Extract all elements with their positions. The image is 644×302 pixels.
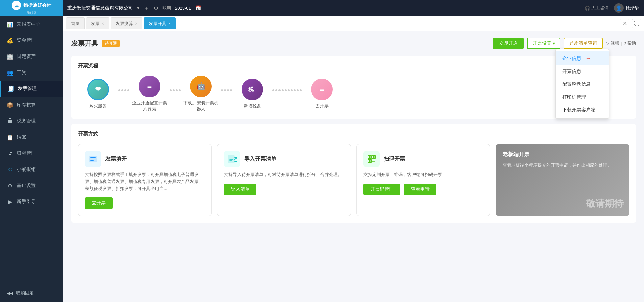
fill-desc: 支持按照发票样式手工填开发票；可开具增值税电子普通发票、增值税普通发票、增值税专…: [85, 171, 205, 192]
scan-desc: 支持定制开票二维码，客户端可扫码开票: [363, 171, 483, 178]
play-icon: ▷: [606, 41, 609, 46]
scan-title: 扫码开票: [384, 156, 405, 163]
logo-block[interactable]: ☁ 畅捷通好会计 旗舰版: [0, 0, 63, 16]
method-section: 开票方式: [71, 124, 636, 223]
sidebar-label-xinshouyindao: 新手引导: [17, 199, 36, 205]
sidebar-item-fapiao[interactable]: 🧾 发票管理: [0, 81, 63, 97]
tab-home[interactable]: 首页: [66, 17, 85, 29]
status-badge: 待开通: [102, 40, 120, 47]
anomaly-btn[interactable]: 异常清单查询: [564, 38, 603, 49]
sidebar-item-zijin[interactable]: 💰 资金管理: [0, 32, 63, 48]
svg-rect-4: [228, 155, 234, 163]
sidebar-label-gongzi: 工资: [17, 70, 26, 76]
sidebar-label-kucun: 库存核算: [17, 102, 36, 108]
sidebar-item-xinshouyindao[interactable]: ▶ 新手引导: [0, 194, 63, 210]
support-btn[interactable]: 🎧 人工咨询: [585, 5, 609, 11]
dropdown-arrow-icon: →: [585, 55, 591, 62]
guidang-icon: 🗂: [7, 150, 13, 157]
sidebar-item-jichushezhi[interactable]: ⚙ 基础设置: [0, 178, 63, 194]
scan-view-apply-btn[interactable]: 查看申请: [404, 184, 436, 195]
page-content: 发票开具 待开通 立即开通 开票设置 ▾ 异常清单查询 ▷ 视频 |: [63, 31, 644, 302]
boss-card-header: 老板端开票: [503, 151, 622, 158]
sidebar-item-yunbao[interactable]: 📊 云报表中心: [0, 16, 63, 32]
dropdown-download-label: 下载开票客户端: [562, 107, 595, 113]
expand-tab-btn[interactable]: ⛶: [632, 19, 641, 28]
settings-icon[interactable]: ⚙: [154, 5, 158, 11]
sidebar-item-xiaochang[interactable]: C 小畅报销: [0, 161, 63, 178]
page-title: 发票开具: [71, 39, 98, 48]
dropdown-item-enterprise-info[interactable]: 企业信息 →: [556, 51, 609, 65]
sidebar-label-shuiwu: 税务管理: [17, 118, 36, 124]
logo-title: 畅捷通好会计: [23, 2, 51, 8]
fill-goto-btn[interactable]: 去开票: [85, 197, 113, 209]
settings-chevron-icon: ▾: [553, 41, 555, 46]
flow-step-3-icon: 🤖: [190, 76, 212, 97]
sidebar-item-guidang[interactable]: 🗂 归档管理: [0, 145, 63, 161]
company-name[interactable]: 重庆畅捷交通信息咨询有限公司: [67, 5, 133, 11]
settings-dropdown-menu: 企业信息 → 开票信息 配置税盘信息 打印机管理: [555, 49, 609, 119]
tab-invoice-calc-label: 发票测算: [116, 21, 133, 27]
tab-invoice-open-label: 发票开具: [149, 21, 166, 27]
flow-step-5: ≡ 去开票: [302, 79, 342, 109]
fill-title: 发票填开: [105, 156, 127, 163]
tab-invoice-calc-close[interactable]: ×: [135, 21, 137, 26]
logo-icon: ☁: [12, 1, 21, 10]
tab-invoice-close[interactable]: ×: [102, 21, 104, 26]
flow-step-4-label: 新增税盘: [244, 103, 261, 109]
sidebar-item-gongzi[interactable]: 👥 工资: [0, 65, 63, 81]
cancel-pin-btn[interactable]: ◀◀ 取消固定: [7, 288, 56, 298]
top-bar-right: 🎧 人工咨询 👤 徐泽华: [585, 3, 639, 13]
yunbao-icon: 📊: [7, 21, 13, 28]
sidebar-label-xiaochang: 小畅报销: [17, 166, 36, 173]
sidebar-item-shuiwu[interactable]: 🏛 税务管理: [0, 113, 63, 129]
gongzi-icon: 👥: [7, 69, 13, 76]
sidebar-item-jiezhang[interactable]: 📋 结账: [0, 129, 63, 145]
sidebar-item-kucun[interactable]: 📦 库存核算: [0, 97, 63, 113]
svg-rect-12: [373, 156, 374, 158]
add-company-btn[interactable]: ＋: [143, 4, 149, 12]
close-tab-btn[interactable]: ✕: [620, 19, 629, 28]
import-title: 导入开票清单: [244, 156, 276, 163]
shuiwu-icon: 🏛: [7, 118, 13, 124]
user-info[interactable]: 👤 徐泽华: [614, 3, 639, 13]
flow-step-1: ❤ 购买服务: [78, 79, 118, 109]
method-card-fill: 发票填开 支持按照发票样式手工填开发票；可开具增值税电子普通发票、增值税普通发票…: [78, 144, 212, 216]
dropdown-item-tax-disk[interactable]: 配置税盘信息: [556, 78, 609, 91]
import-card-header: 导入开票清单: [224, 151, 344, 167]
settings-dropdown-btn[interactable]: 开票设置 ▾: [527, 38, 560, 49]
sidebar-item-gudingzichan[interactable]: 🏢 固定资产: [0, 48, 63, 65]
flow-section: 开票流程 ❤ 购买服务: [71, 56, 636, 119]
tab-invoice-open[interactable]: 发票开具 ×: [144, 17, 176, 29]
flow-dots-1: [118, 89, 129, 91]
import-btn[interactable]: 导入清单: [224, 184, 256, 195]
sidebar-bottom: ◀◀ 取消固定: [0, 284, 63, 302]
dropdown-item-invoice-info[interactable]: 开票信息: [556, 65, 609, 78]
sidebar-label-gudingzichan: 固定资产: [17, 53, 36, 60]
boss-overlay-text: 敬请期待: [586, 197, 624, 210]
svg-rect-13: [369, 160, 370, 162]
fill-icon: [85, 151, 101, 167]
tab-invoice-calc[interactable]: 发票测算 ×: [111, 17, 142, 29]
fill-card-header: 发票填开: [85, 151, 205, 167]
scan-code-manage-btn[interactable]: 开票码管理: [363, 184, 400, 195]
page-header: 发票开具 待开通 立即开通 开票设置 ▾ 异常清单查询 ▷ 视频 |: [71, 38, 636, 49]
headset-icon: 🎧: [585, 6, 590, 11]
video-btn[interactable]: ▷ 视频 | ? 帮助: [606, 40, 636, 46]
tab-invoice[interactable]: 发票 ×: [86, 17, 109, 29]
boss-desc: 查看老板端小程序提交的开票申请，并作出相应的处理。: [503, 162, 622, 169]
calendar-icon[interactable]: 📅: [195, 5, 201, 11]
flow-step-2-label: 企业开通配置开票六要素: [131, 100, 168, 112]
import-icon: [224, 151, 240, 167]
dropdown-enterprise-label: 企业信息: [562, 55, 581, 62]
top-bar: ☁ 畅捷通好会计 旗舰版 重庆畅捷交通信息咨询有限公司 ▾ ＋ ⚙ 账期 202…: [0, 0, 644, 16]
cancel-pin-label: 取消固定: [16, 290, 34, 296]
scan-icon: [363, 151, 380, 167]
dropdown-taxdisk-label: 配置税盘信息: [562, 81, 591, 87]
dropdown-icon[interactable]: ▾: [137, 5, 139, 11]
sidebar-label-jiezhang: 结账: [17, 134, 26, 140]
activate-btn[interactable]: 立即开通: [493, 38, 524, 49]
method-section-title: 开票方式: [78, 131, 629, 137]
tab-invoice-open-close[interactable]: ×: [168, 21, 171, 26]
dropdown-item-printer[interactable]: 打印机管理: [556, 91, 609, 104]
dropdown-item-download-client[interactable]: 下载开票客户端: [556, 104, 609, 116]
